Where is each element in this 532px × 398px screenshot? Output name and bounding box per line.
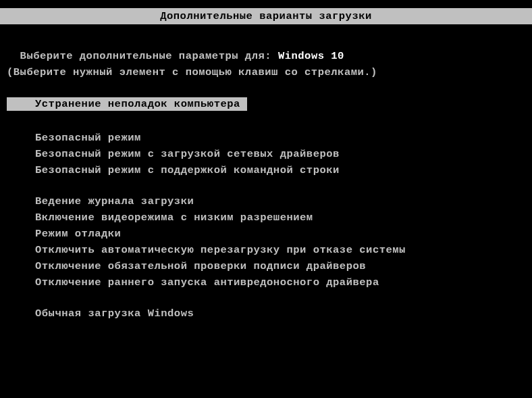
menu-item-safe-mode[interactable]: Безопасный режим xyxy=(7,131,532,145)
menu-item-boot-logging[interactable]: Ведение журнала загрузки xyxy=(7,195,532,208)
menu-item-disable-driver-sig[interactable]: Отключение обязательной проверки подписи… xyxy=(7,259,532,273)
menu-item-safe-mode-networking[interactable]: Безопасный режим с загрузкой сетевых дра… xyxy=(7,147,532,161)
menu-item-repair-computer[interactable]: Устранение неполадок компьютера xyxy=(7,97,247,111)
menu-item-normal-boot[interactable]: Обычная загрузка Windows xyxy=(7,307,532,320)
menu-item-low-res-video[interactable]: Включение видеорежима с низким разрешени… xyxy=(7,211,532,224)
menu-item-disable-elam[interactable]: Отключение раннего запуска антивредоносн… xyxy=(7,276,532,289)
title-bar: Дополнительные варианты загрузки xyxy=(0,8,532,24)
os-name: Windows 10 xyxy=(278,50,344,62)
page-title: Дополнительные варианты загрузки xyxy=(160,10,372,22)
prompt-prefix: Выберите дополнительные параметры для: xyxy=(20,50,278,62)
boot-options-menu[interactable]: Устранение неполадок компьютера Безопасн… xyxy=(0,97,532,320)
prompt-line: Выберите дополнительные параметры для: W… xyxy=(0,38,532,62)
menu-separator xyxy=(7,116,532,131)
menu-separator xyxy=(7,180,532,195)
instruction-line: (Выберите нужный элемент с помощью клави… xyxy=(0,66,532,78)
menu-item-debug-mode[interactable]: Режим отладки xyxy=(7,227,532,241)
menu-separator xyxy=(7,292,532,307)
menu-item-safe-mode-command[interactable]: Безопасный режим с поддержкой командной … xyxy=(7,164,532,177)
menu-item-disable-auto-restart[interactable]: Отключить автоматическую перезагрузку пр… xyxy=(7,243,532,257)
